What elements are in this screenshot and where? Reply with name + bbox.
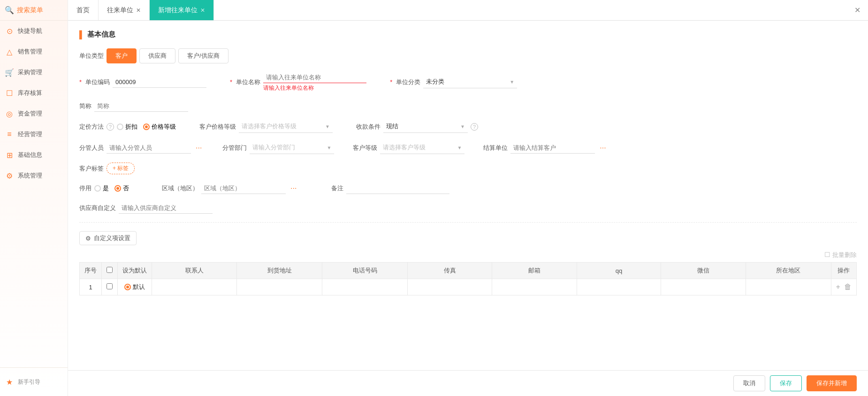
sidebar-item-inventory[interactable]: ☐ 库存核算 (0, 83, 68, 103)
wechat-input[interactable] (666, 284, 740, 291)
payment-terms-select[interactable]: 现结 ▼ (383, 120, 468, 133)
radio-discount-circle (117, 124, 123, 130)
address-input[interactable] (242, 284, 317, 291)
radio-discount[interactable]: 折扣 (117, 123, 137, 131)
short-name-input[interactable] (94, 101, 188, 112)
dept-group: 分管部门 请输入分管部门 ▼ (222, 141, 334, 154)
fax-input[interactable] (412, 284, 487, 291)
unit-code-input[interactable] (113, 77, 206, 88)
type-btn-supplier[interactable]: 供应商 (139, 48, 175, 63)
tab-home-label: 首页 (76, 6, 90, 15)
section-divider (79, 222, 857, 223)
manager-more-btn[interactable]: ··· (194, 144, 204, 152)
contact-input[interactable] (157, 284, 232, 291)
unit-code-group: * 单位编码 (79, 77, 206, 88)
purchase-icon: 🛒 (5, 68, 14, 77)
settlement-unit-more-btn[interactable]: ··· (598, 144, 608, 152)
save-new-button[interactable]: 保存并新增 (807, 375, 857, 391)
customer-price-level-group: 客户价格等级 请选择客户价格等级 ▼ (199, 120, 333, 133)
col-email: 邮箱 (492, 263, 577, 279)
radio-no-label: 否 (123, 184, 129, 193)
type-btn-customer[interactable]: 客户 (107, 48, 137, 63)
radio-yes[interactable]: 是 (94, 184, 109, 193)
radio-yes-circle (94, 185, 101, 192)
col-phone: 电话号码 (322, 263, 408, 279)
settlement-unit-group: 结算单位 ··· (483, 142, 608, 154)
row-checkbox[interactable] (107, 283, 113, 289)
row-actions: + 🗑 (836, 283, 852, 291)
sidebar-item-basic[interactable]: ⊞ 基础信息 (0, 145, 68, 165)
type-btn-both[interactable]: 客户/供应商 (178, 48, 228, 63)
pricing-help-icon[interactable]: ? (107, 123, 114, 131)
sidebar-item-quick-nav[interactable]: ⊙ 快捷导航 (0, 21, 68, 41)
sidebar-search[interactable]: 🔍 搜索菜单 (0, 0, 68, 21)
gear-icon: ⚙ (85, 235, 91, 242)
window-close-button[interactable]: ✕ (847, 0, 868, 20)
settlement-unit-input[interactable] (510, 142, 595, 154)
unit-category-label: 单位分类 (396, 78, 420, 86)
basic-icon: ⊞ (5, 150, 14, 160)
custom-settings-button[interactable]: ⚙ 自定义项设置 (79, 231, 137, 245)
settlement-unit-label: 结算单位 (483, 144, 508, 152)
manager-group: 分管人员 ··· (79, 142, 204, 154)
supplier-custom-input[interactable] (119, 202, 213, 214)
add-tag-button[interactable]: + 标签 (107, 163, 135, 174)
radio-no-circle (114, 185, 121, 192)
sidebar-item-purchase[interactable]: 🛒 采购管理 (0, 62, 68, 83)
default-radio[interactable] (124, 284, 131, 290)
col-fax: 传真 (407, 263, 492, 279)
tab-partners[interactable]: 往来单位 ✕ (99, 0, 150, 20)
col-region: 所在地区 (746, 263, 831, 279)
region-input[interactable] (201, 183, 286, 194)
tab-new-partner[interactable]: 新增往来单位 ✕ (150, 0, 214, 20)
manager-input[interactable] (107, 142, 191, 154)
batch-delete-label[interactable]: 批量删除 (832, 251, 857, 258)
sidebar-item-system[interactable]: ⚙ 系统管理 (0, 165, 68, 186)
sales-icon: △ (5, 47, 14, 56)
unit-name-input[interactable] (263, 72, 366, 83)
tab-new-partner-close[interactable]: ✕ (200, 7, 205, 14)
sidebar-item-label: 销售管理 (18, 47, 42, 56)
pricing-row: 定价方法 ? 折扣 价格等级 客户价格等级 请选择客户价格等级 (79, 120, 857, 133)
customer-level-select[interactable]: 请选择客户等级 ▼ (380, 141, 464, 154)
sidebar-item-label: 经营管理 (18, 130, 42, 139)
disabled-label: 停用 (79, 184, 91, 193)
delete-row-button[interactable]: 🗑 (844, 283, 852, 291)
region-table-input[interactable] (751, 284, 826, 291)
select-all-checkbox[interactable] (107, 267, 113, 273)
dept-dropdown-icon: ▼ (327, 145, 331, 150)
col-check (102, 263, 118, 279)
tab-home[interactable]: 首页 (68, 0, 99, 20)
sidebar-item-finance[interactable]: ◎ 资金管理 (0, 103, 68, 124)
batch-delete-area: ☐ 批量删除 (79, 251, 857, 259)
customer-price-level-select[interactable]: 请选择客户价格等级 ▼ (239, 120, 333, 133)
sidebar-item-operation[interactable]: ≡ 经营管理 (0, 124, 68, 145)
home-icon: ⊙ (5, 26, 14, 36)
dept-select[interactable]: 请输入分管部门 ▼ (250, 141, 334, 154)
sidebar-search-label: 搜索菜单 (17, 6, 43, 15)
qq-input[interactable] (582, 284, 656, 291)
sidebar-item-sales[interactable]: △ 销售管理 (0, 41, 68, 62)
form-content: ▌ 基本信息 单位类型 客户 供应商 客户/供应商 * 单位编码 * 单位名称 (68, 21, 868, 396)
pricing-method-group: 定价方法 ? 折扣 价格等级 (79, 123, 176, 131)
cancel-button[interactable]: 取消 (733, 375, 765, 391)
unit-code-label: 单位编码 (85, 78, 110, 86)
unit-category-select[interactable]: 未分类 ▼ (423, 76, 517, 88)
sidebar-item-guide[interactable]: ★ 新手引导 (0, 372, 68, 392)
tab-partners-close[interactable]: ✕ (136, 7, 141, 14)
short-name-label: 简称 (79, 102, 91, 110)
guide-icon: ★ (5, 377, 14, 387)
cell-contact (152, 279, 237, 295)
sidebar-item-label: 资金管理 (18, 109, 42, 118)
email-input[interactable] (497, 284, 571, 291)
phone-input[interactable] (327, 284, 403, 291)
contact-table: 序号 设为默认 联系人 到货地址 电话号码 传真 邮箱 qq 微信 所在地区 操… (79, 262, 857, 295)
customer-price-level-label: 客户价格等级 (199, 123, 236, 131)
payment-help-icon[interactable]: ? (471, 123, 478, 131)
radio-price-level[interactable]: 价格等级 (143, 123, 176, 131)
region-more-btn[interactable]: ··· (289, 184, 298, 193)
remark-input[interactable] (346, 183, 449, 194)
add-row-button[interactable]: + (836, 283, 840, 291)
radio-no[interactable]: 否 (114, 184, 129, 193)
save-button[interactable]: 保存 (770, 375, 802, 391)
